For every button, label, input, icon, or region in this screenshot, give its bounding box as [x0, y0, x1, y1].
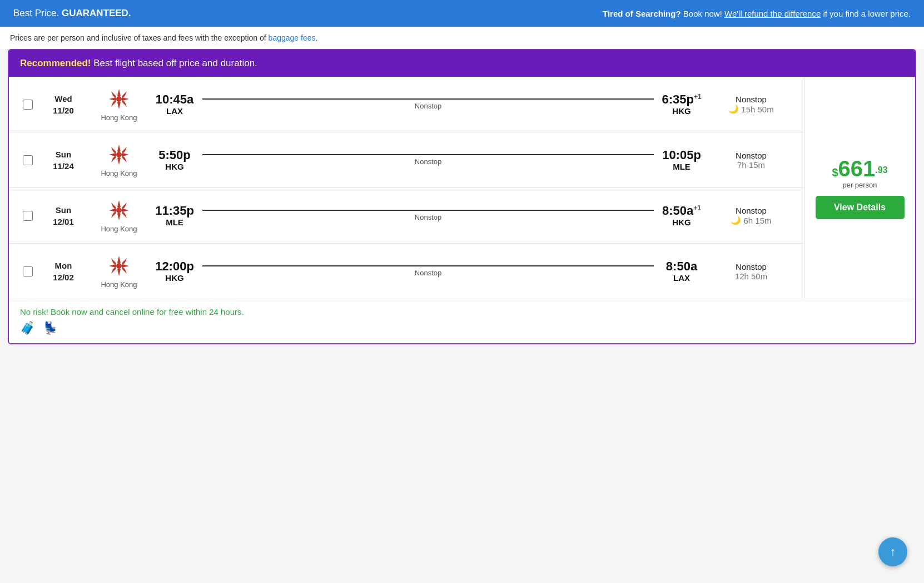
duration-3: 12h 50m: [709, 271, 793, 281]
price-cents: .93: [875, 165, 887, 175]
depart-time-2: 11:35p: [152, 204, 197, 218]
depart-1: 5:50p HKG: [152, 149, 197, 171]
moon-icon-0: 🌙: [728, 104, 739, 114]
duration-col-0: Nonstop 🌙 15h 50m: [709, 95, 793, 114]
route-col-3: 12:00p HKG Nonstop 8:50a LAX: [152, 260, 704, 283]
date-col-1: Sun 11/24: [41, 149, 86, 172]
flight-row: Sun 11/24: [9, 132, 804, 188]
svg-point-9: [116, 96, 122, 102]
flight-checkbox-1[interactable]: [23, 155, 33, 165]
nonstop-label-1: Nonstop: [709, 151, 793, 160]
banner-suffix: if you find a lower price.: [823, 9, 911, 18]
duration-col-2: Nonstop 🌙 6h 15m: [709, 206, 793, 225]
depart-time-1: 5:50p: [152, 149, 197, 162]
airline-logo-1: [107, 142, 131, 167]
flight-line-1: Nonstop: [202, 154, 654, 166]
date-col-2: Sun 12/01: [41, 204, 86, 228]
airline-col-2: Hong Kong: [91, 198, 147, 233]
arrive-time-2: 8:50a+1: [659, 204, 704, 218]
dollar-sign: $: [832, 166, 838, 179]
airline-name-0: Hong Kong: [101, 113, 137, 122]
airline-logo-2: [107, 198, 131, 223]
duration-col-3: Nonstop 12h 50m: [709, 262, 793, 281]
depart-2: 11:35p MLE: [152, 204, 197, 227]
checkbox-col-2: [20, 211, 36, 221]
airline-col-1: Hong Kong: [91, 142, 147, 177]
nonstop-label-2: Nonstop: [709, 206, 793, 215]
nonstop-label-line-2: Nonstop: [415, 213, 441, 221]
price-col: $661.93 per person View Details: [804, 77, 915, 299]
arrive-airport-3: LAX: [659, 273, 704, 283]
depart-3: 12:00p HKG: [152, 260, 197, 283]
price-note: Prices are per person and inclusive of t…: [0, 27, 924, 49]
arrive-2: 8:50a+1 HKG: [659, 204, 704, 227]
flight-line-2: Nonstop: [202, 210, 654, 221]
banner-tired: Tired of Searching?: [603, 9, 683, 18]
baggage-fees-link[interactable]: baggage fees: [269, 33, 316, 42]
checkbox-col-3: [20, 266, 36, 276]
banner: Best Price. GUARANTEED. Tired of Searchi…: [0, 0, 924, 27]
flight-row: Mon 12/02: [9, 244, 804, 299]
arrive-3: 8:50a LAX: [659, 260, 704, 283]
recommended-bold: Recommended!: [20, 58, 91, 68]
arrive-0: 6:35p+1 HKG: [659, 93, 704, 116]
banner-left: Best Price. GUARANTEED.: [13, 8, 131, 19]
price-big-num: 661: [838, 156, 876, 181]
depart-airport-3: HKG: [152, 273, 197, 283]
flight-row: Sun 12/01: [9, 188, 804, 244]
depart-airport-0: LAX: [152, 106, 197, 116]
nonstop-label-line-0: Nonstop: [415, 102, 441, 110]
per-person-label: per person: [842, 181, 877, 189]
date-line1-0: Wed: [41, 93, 86, 105]
date-line1-3: Mon: [41, 260, 86, 271]
route-col-2: 11:35p MLE Nonstop 8:50a+1 HKG: [152, 204, 704, 227]
date-line1-2: Sun: [41, 204, 86, 216]
date-line2-3: 12/02: [41, 271, 86, 283]
date-line2-0: 11/20: [41, 105, 86, 116]
checkbox-col-0: [20, 100, 36, 110]
flight-line-0: Nonstop: [202, 98, 654, 110]
banner-guaranteed: GUARANTEED.: [62, 8, 131, 18]
nonstop-label-0: Nonstop: [709, 95, 793, 104]
flight-row: Wed 11/20: [9, 77, 804, 132]
flight-checkbox-2[interactable]: [23, 211, 33, 221]
airline-name-3: Hong Kong: [101, 280, 137, 289]
view-details-button[interactable]: View Details: [816, 196, 905, 219]
svg-point-19: [116, 152, 122, 157]
route-col-0: 10:45a LAX Nonstop 6:35p+1 HKG: [152, 93, 704, 116]
luggage-icon: 🧳: [20, 321, 35, 335]
nonstop-label-3: Nonstop: [709, 262, 793, 271]
svg-point-29: [116, 207, 122, 213]
banner-book-now: Book now!: [683, 9, 724, 18]
depart-time-3: 12:00p: [152, 260, 197, 273]
flight-checkbox-0[interactable]: [23, 100, 33, 110]
date-col-3: Mon 12/02: [41, 260, 86, 283]
svg-point-39: [116, 263, 122, 269]
date-line1-1: Sun: [41, 149, 86, 160]
airline-col-0: Hong Kong: [91, 87, 147, 122]
depart-airport-2: MLE: [152, 218, 197, 227]
seat-icon: 💺: [43, 321, 58, 335]
duration-0: 🌙 15h 50m: [709, 104, 793, 114]
card-footer: No risk! Book now and cancel online for …: [9, 299, 915, 343]
arrive-time-0: 6:35p+1: [659, 93, 704, 106]
price-display: $661.93: [832, 156, 887, 181]
airline-logo-3: [107, 254, 131, 278]
depart-time-0: 10:45a: [152, 93, 197, 106]
flight-checkbox-3[interactable]: [23, 266, 33, 276]
route-col-1: 5:50p HKG Nonstop 10:05p MLE: [152, 149, 704, 171]
airline-name-2: Hong Kong: [101, 225, 137, 233]
arrive-airport-1: MLE: [659, 162, 704, 171]
airline-logo-0: [107, 87, 131, 111]
footer-icons: 🧳 💺: [20, 321, 904, 335]
banner-right: Tired of Searching? Book now! We'll refu…: [603, 9, 911, 18]
flight-rows: Wed 11/20: [9, 77, 804, 299]
duration-1: 7h 15m: [709, 160, 793, 170]
recommended-card: Recommended! Best flight based off price…: [8, 49, 916, 344]
flights-container: Wed 11/20: [9, 77, 915, 299]
recommended-text: Best flight based off price and duration…: [93, 58, 257, 68]
banner-refund-link[interactable]: We'll refund the difference: [724, 9, 821, 18]
banner-left-text: Best Price.: [13, 8, 62, 18]
depart-airport-1: HKG: [152, 162, 197, 171]
airline-col-3: Hong Kong: [91, 254, 147, 289]
